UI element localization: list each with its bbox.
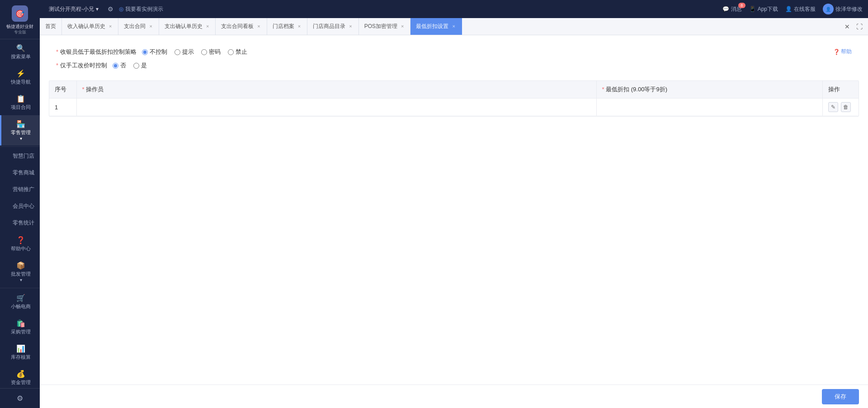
sidebar-bottom: ⚙ [0, 388, 40, 408]
sidebar-item-shortcuts[interactable]: ⚡快捷导航 [0, 65, 40, 90]
sidebar-icon: 📦 [16, 261, 25, 270]
sidebar-item-inventory[interactable]: 📊库存核算 [0, 340, 40, 365]
cell-action: ✎ 🗑 [822, 98, 859, 116]
policy-forbidden[interactable]: 禁止 [228, 48, 247, 56]
tab-label: POS加密管理 [364, 23, 397, 30]
sidebar-item-help[interactable]: ❓帮助中心 [0, 231, 40, 257]
sidebar-item-marketing[interactable]: 营销推广 [0, 181, 40, 198]
policy-password-radio[interactable] [201, 49, 207, 55]
tab-controls: ✕ ⛶ [839, 18, 868, 35]
table-row: 1 ✎ 🗑 [49, 98, 859, 116]
sidebar-item-purchase[interactable]: 🛍️采购管理 [0, 314, 40, 340]
sidebar-icon: ⚡ [16, 69, 25, 78]
tab-payment-confirm[interactable]: 支出确认单历史× [159, 18, 216, 35]
policy-forbidden-radio[interactable] [228, 49, 234, 55]
sidebar-label: 帮助中心 [11, 245, 31, 252]
sidebar-icon: 🔍 [16, 44, 25, 52]
messages-btn[interactable]: 💬 消息 8 [722, 5, 742, 13]
sidebar-item-online-mall[interactable]: 零售商城 [0, 164, 40, 181]
sidebar-item-members[interactable]: 会员中心 [0, 198, 40, 215]
app-icon: 📱 [749, 6, 756, 12]
demo-icon: ◎ [119, 6, 123, 12]
tab-label: 首页 [45, 23, 56, 30]
cell-discount[interactable] [596, 98, 822, 116]
policy-no-control[interactable]: 不控制 [142, 48, 167, 56]
support-btn[interactable]: 👤 在线客服 [785, 5, 816, 13]
manual-yes-radio[interactable] [133, 63, 139, 69]
sidebar-icon: 🛒 [16, 294, 25, 302]
sidebar-label: 项目合同 [11, 104, 31, 111]
delete-row-btn[interactable]: 🗑 [841, 102, 851, 112]
tab-close-icon[interactable]: × [297, 23, 302, 29]
help-button[interactable]: ❓ 帮助 [833, 48, 852, 56]
tab-pos-password[interactable]: POS加密管理× [359, 18, 411, 35]
project-selector[interactable]: 测试分开亮程-小兄 ▾ [45, 4, 102, 15]
sidebar-menu: 🔍搜索菜单⚡快捷导航📋项目合同🏪零售管理▾智慧门店零售商城营销推广会员中心零售统… [0, 39, 40, 388]
footer-bar: 保存 [40, 385, 868, 408]
logo-icon: 🎯 [12, 5, 28, 22]
sidebar-icon: ❓ [16, 236, 25, 244]
cell-index: 1 [49, 98, 76, 116]
page-content: ❓ 帮助 收银员低于最低折扣控制策略 不控制 提示 [40, 35, 868, 385]
tab-min-discount[interactable]: 最低折扣设置× [410, 18, 462, 35]
messages-badge: 8 [738, 3, 745, 8]
settings-icon[interactable]: ⚙ [17, 394, 23, 403]
sidebar-divider [0, 288, 40, 288]
tab-label: 支出合同 [124, 23, 146, 30]
sidebar-item-finance[interactable]: 💰资金管理 [0, 365, 40, 388]
table-header: 序号 操作员 最低折扣 (9.00等于9折) 操作 [49, 81, 859, 98]
sidebar-item-wholesale[interactable]: 📦批发管理▾ [0, 257, 40, 287]
tab-income-confirm[interactable]: 收入确认单历史× [62, 18, 118, 35]
sidebar-sub-label: 智慧门店 [13, 152, 34, 160]
policy-no-control-label: 不控制 [150, 48, 167, 56]
policy-prompt[interactable]: 提示 [175, 48, 194, 56]
tab-payment-view[interactable]: 支出合同看板× [216, 18, 267, 35]
tab-store-products[interactable]: 门店商品目录× [307, 18, 359, 35]
sidebar-item-ecommerce[interactable]: 🛒小畅电商 [0, 289, 40, 314]
sidebar-sub-label: 会员中心 [13, 202, 34, 210]
tab-close-icon[interactable]: × [451, 23, 456, 29]
topbar-right: 💬 消息 8 📱 App下载 👤 在线客服 👤 徐泽华修改 [722, 4, 863, 14]
manual-no[interactable]: 否 [113, 61, 126, 70]
tab-close-icon[interactable]: × [205, 23, 210, 29]
app-label: App下载 [758, 5, 778, 13]
table-body: 1 ✎ 🗑 [49, 98, 859, 116]
app-download-btn[interactable]: 📱 App下载 [749, 5, 778, 13]
policy-password[interactable]: 密码 [201, 48, 221, 56]
sidebar-item-projects[interactable]: 📋项目合同 [0, 90, 40, 115]
tab-payment-contract[interactable]: 支出合同× [118, 18, 159, 35]
policy-prompt-radio[interactable] [175, 49, 180, 55]
topbar-settings-icon[interactable]: ⚙ [108, 5, 113, 13]
top-bar: 测试分开亮程-小兄 ▾ ⚙ ◎ 我要看实例演示 💬 消息 8 📱 App下载 👤… [40, 0, 868, 18]
manual-yes-label: 是 [141, 61, 147, 70]
user-menu[interactable]: 👤 徐泽华修改 [823, 4, 863, 14]
tab-close-icon[interactable]: × [348, 23, 353, 29]
sidebar-item-search[interactable]: 🔍搜索菜单 [0, 39, 40, 65]
tab-close-icon[interactable]: × [256, 23, 261, 29]
sidebar-label: 搜索菜单 [11, 53, 31, 60]
tab-close-icon[interactable]: × [108, 23, 113, 29]
tab-label: 门店档案 [273, 23, 294, 30]
sidebar-item-smart-store[interactable]: 智慧门店 [0, 148, 40, 164]
edit-row-btn[interactable]: ✎ [828, 102, 838, 112]
tab-label: 最低折扣设置 [416, 23, 448, 30]
maximize-btn[interactable]: ⛶ [854, 22, 864, 31]
sidebar-label: 库存核算 [11, 354, 31, 361]
save-button[interactable]: 保存 [822, 389, 859, 404]
sidebar-item-retail[interactable]: 🏪零售管理▾ [0, 115, 40, 145]
tab-close-icon[interactable]: × [400, 23, 405, 29]
tab-home[interactable]: 首页 [40, 18, 62, 35]
close-tab-btn[interactable]: ✕ [843, 22, 852, 31]
manual-no-radio[interactable] [113, 63, 118, 69]
avatar: 👤 [823, 4, 834, 14]
tab-store-files[interactable]: 门店档案× [267, 18, 307, 35]
sidebar-item-stats[interactable]: 零售统计 [0, 215, 40, 231]
demo-link[interactable]: ◎ 我要看实例演示 [119, 5, 163, 13]
manual-yes[interactable]: 是 [133, 61, 147, 70]
policy-no-control-radio[interactable] [142, 49, 148, 55]
table-wrapper: 序号 操作员 最低折扣 (9.00等于9折) 操作 1 [49, 80, 859, 117]
tab-close-icon[interactable]: × [148, 23, 153, 29]
cell-operator[interactable] [76, 98, 596, 116]
row-actions: ✎ 🗑 [828, 102, 854, 112]
logo-text: 畅捷通好业财 [6, 23, 33, 29]
